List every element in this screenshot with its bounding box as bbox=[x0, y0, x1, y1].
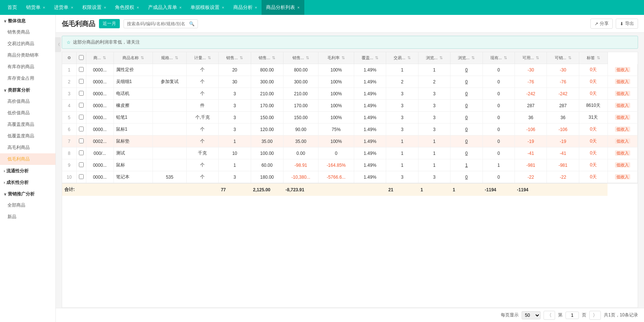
col-sale-profit[interactable]: 销售... ⇅ bbox=[283, 52, 318, 64]
nav-permission[interactable]: 权限设置 × bbox=[78, 0, 110, 15]
col-gross-rate[interactable]: 毛利率 ⇅ bbox=[318, 52, 354, 64]
sidebar-group-title-flow[interactable]: › 流通性分析 bbox=[0, 165, 55, 176]
nav-product-in[interactable]: 产成品入库单 × bbox=[144, 0, 186, 15]
row-checkbox[interactable] bbox=[76, 64, 86, 76]
search-box[interactable]: 🔍 bbox=[124, 19, 198, 28]
prev-page-button[interactable]: 〈 bbox=[544, 311, 555, 320]
row-checkbox[interactable] bbox=[76, 147, 86, 159]
sidebar-item-category-rate[interactable]: 商品分类助销率 bbox=[0, 50, 55, 61]
sidebar-item-capital[interactable]: 库存资金占用 bbox=[0, 73, 55, 84]
row-name[interactable]: 鼠标1 bbox=[113, 124, 153, 136]
row-browse1[interactable]: 0 bbox=[451, 147, 483, 159]
page-input[interactable] bbox=[565, 312, 579, 319]
sidebar-item-high-value[interactable]: 高价值商品 bbox=[0, 96, 55, 107]
sidebar-item-high-gross[interactable]: 高毛利商品 bbox=[0, 142, 55, 153]
row-browse1[interactable]: 0 bbox=[451, 64, 483, 76]
row-select-checkbox[interactable] bbox=[79, 91, 84, 96]
col-current-stock[interactable]: 现有... ⇅ bbox=[483, 52, 515, 64]
col-coverage[interactable]: 覆盖... ⇅ bbox=[354, 52, 386, 64]
close-icon[interactable]: × bbox=[179, 5, 182, 10]
col-sale-amt[interactable]: 销售... ⇅ bbox=[251, 52, 283, 64]
col-trade[interactable]: 交易... ⇅ bbox=[386, 52, 418, 64]
sidebar-group-title-marketing[interactable]: ∨ 营销推广分析 bbox=[0, 188, 55, 200]
row-select-checkbox[interactable] bbox=[79, 115, 84, 119]
sidebar-item-high-coverage[interactable]: 高覆盖度商品 bbox=[0, 119, 55, 130]
row-select-checkbox[interactable] bbox=[79, 127, 84, 131]
nav-home[interactable]: 首页 bbox=[3, 0, 22, 15]
export-button[interactable]: ⬇ 导出 bbox=[616, 19, 638, 29]
close-icon[interactable]: × bbox=[255, 5, 257, 10]
row-name[interactable]: 电话机 bbox=[113, 88, 153, 100]
row-name[interactable]: 属性定价 bbox=[113, 64, 153, 76]
col-unit[interactable]: 计量... ⇅ bbox=[186, 52, 218, 64]
row-checkbox[interactable] bbox=[76, 136, 86, 147]
row-select-checkbox[interactable] bbox=[79, 162, 84, 167]
sidebar-group-title-overall[interactable]: ∨ 整体信息 bbox=[0, 15, 55, 26]
row-browse1[interactable]: 0 bbox=[451, 88, 483, 100]
search-input[interactable] bbox=[127, 21, 188, 26]
col-browse2[interactable]: 浏览... ⇅ bbox=[451, 52, 483, 64]
row-browse1[interactable]: 0 bbox=[451, 100, 483, 112]
row-checkbox[interactable] bbox=[76, 159, 86, 171]
row-checkbox[interactable] bbox=[76, 100, 86, 112]
page-size-select[interactable]: 50 100 200 bbox=[522, 311, 541, 319]
row-select-checkbox[interactable] bbox=[79, 138, 84, 143]
row-browse1[interactable]: 0 bbox=[451, 112, 483, 124]
nav-template[interactable]: 单据模板设置 × bbox=[186, 0, 228, 15]
row-name[interactable]: 测试 bbox=[113, 147, 153, 159]
col-sale-qty[interactable]: 销售... ⇅ bbox=[219, 52, 251, 64]
row-browse1[interactable]: 0 bbox=[451, 171, 483, 184]
sidebar-item-sales-goods[interactable]: 销售类商品 bbox=[0, 26, 55, 38]
sidebar-item-in-stock[interactable]: 有库存的商品 bbox=[0, 61, 55, 73]
sidebar-item-low-value[interactable]: 低价值商品 bbox=[0, 107, 55, 119]
nav-analysis-list[interactable]: 商品分析列表 × bbox=[262, 0, 304, 15]
row-browse1[interactable]: 0 bbox=[451, 124, 483, 136]
row-select-checkbox[interactable] bbox=[79, 67, 84, 72]
nav-sales[interactable]: 销货单 × bbox=[22, 0, 49, 15]
col-settings[interactable]: ⚙ bbox=[62, 52, 76, 64]
row-browse1[interactable]: 0 bbox=[451, 136, 483, 147]
row-name[interactable]: 吴细细1 bbox=[113, 76, 153, 88]
col-saleable-stock[interactable]: 可销... ⇅ bbox=[547, 52, 579, 64]
close-icon[interactable]: × bbox=[43, 5, 45, 10]
col-checkbox[interactable] bbox=[76, 52, 86, 64]
date-filter-button[interactable]: 近一月 bbox=[99, 19, 120, 28]
close-icon[interactable]: × bbox=[104, 5, 106, 10]
row-checkbox[interactable] bbox=[76, 124, 86, 136]
row-checkbox[interactable] bbox=[76, 76, 86, 88]
nav-purchase[interactable]: 进货单 × bbox=[49, 0, 77, 15]
col-spec[interactable]: 规格... ⇅ bbox=[153, 52, 187, 64]
close-icon[interactable]: × bbox=[71, 5, 73, 10]
row-name[interactable]: 橡皮擦 bbox=[113, 100, 153, 112]
select-all-checkbox[interactable] bbox=[79, 55, 84, 60]
col-available-stock[interactable]: 可用... ⇅ bbox=[515, 52, 547, 64]
sidebar-item-low-gross[interactable]: 低毛利商品 bbox=[0, 153, 55, 165]
row-select-checkbox[interactable] bbox=[79, 150, 84, 155]
sidebar-item-traded-goods[interactable]: 交易过的商品 bbox=[0, 38, 55, 50]
sidebar-item-low-coverage[interactable]: 低覆盖度商品 bbox=[0, 130, 55, 142]
row-select-checkbox[interactable] bbox=[79, 79, 84, 84]
row-name[interactable]: 铅笔1 bbox=[113, 112, 153, 124]
col-browse1[interactable]: 浏览... ⇅ bbox=[418, 52, 450, 64]
nav-analysis[interactable]: 商品分析 × bbox=[229, 0, 262, 15]
next-page-button[interactable]: 〉 bbox=[589, 311, 601, 320]
sidebar-collapse-button[interactable]: 《 bbox=[55, 37, 61, 52]
row-checkbox[interactable] bbox=[76, 112, 86, 124]
col-code[interactable]: 商... ⇅ bbox=[86, 52, 113, 64]
close-icon[interactable]: × bbox=[297, 5, 299, 10]
close-icon[interactable]: × bbox=[137, 5, 139, 10]
sidebar-group-title-growth[interactable]: › 成长性分析 bbox=[0, 176, 55, 188]
row-browse1[interactable]: 0 bbox=[451, 76, 483, 88]
row-checkbox[interactable] bbox=[76, 88, 86, 100]
row-select-checkbox[interactable] bbox=[79, 103, 84, 108]
row-name[interactable]: 鼠标垫 bbox=[113, 136, 153, 147]
row-checkbox[interactable] bbox=[76, 171, 86, 184]
nav-role[interactable]: 角色授权 × bbox=[110, 0, 143, 15]
close-icon[interactable]: × bbox=[222, 5, 224, 10]
row-select-checkbox[interactable] bbox=[79, 174, 84, 179]
sidebar-item-all-goods[interactable]: 全部商品 bbox=[0, 200, 55, 211]
sidebar-group-title-cluster[interactable]: ∨ 类群富分析 bbox=[0, 84, 55, 96]
col-tag[interactable]: 标签 ⇅ bbox=[579, 52, 608, 64]
row-name[interactable]: 鼠标 bbox=[113, 159, 153, 171]
sidebar-item-new-goods[interactable]: 新品 bbox=[0, 211, 55, 223]
